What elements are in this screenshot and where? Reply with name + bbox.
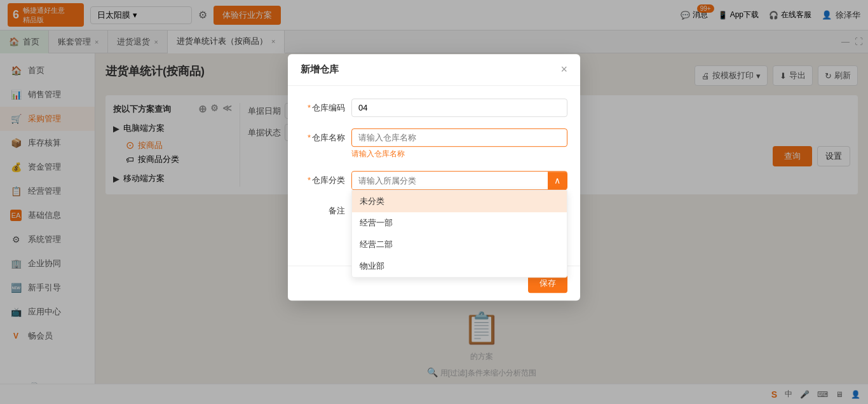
category-dropdown-container: ∧ 未分类 经营一部 经营二部 物业部 bbox=[351, 171, 567, 190]
add-warehouse-modal: 新增仓库 × 仓库编码 仓库名称 请输入仓库名称 仓库分类 bbox=[288, 54, 580, 300]
category-option-ops2[interactable]: 经营二部 bbox=[352, 234, 567, 255]
code-field bbox=[351, 98, 567, 117]
name-error-msg: 请输入仓库名称 bbox=[351, 149, 567, 159]
form-row-category: 仓库分类 ∧ 未分类 经营一部 经营二部 物业部 bbox=[301, 171, 567, 190]
modal-close-button[interactable]: × bbox=[560, 63, 567, 76]
modal-title: 新增仓库 bbox=[301, 64, 339, 76]
name-label: 仓库名称 bbox=[301, 128, 351, 144]
code-label: 仓库编码 bbox=[301, 98, 351, 114]
code-input[interactable] bbox=[351, 98, 567, 117]
modal-body: 仓库编码 仓库名称 请输入仓库名称 仓库分类 ∧ bbox=[288, 86, 580, 266]
modal-header: 新增仓库 × bbox=[288, 54, 580, 86]
category-input-wrapper: ∧ bbox=[351, 171, 567, 190]
category-field: ∧ 未分类 经营一部 经营二部 物业部 bbox=[351, 171, 567, 190]
note-label: 备注 bbox=[301, 201, 351, 217]
name-input[interactable] bbox=[351, 128, 567, 147]
form-row-name: 仓库名称 请输入仓库名称 bbox=[301, 128, 567, 159]
name-field: 请输入仓库名称 bbox=[351, 128, 567, 159]
category-label: 仓库分类 bbox=[301, 171, 351, 186]
category-option-ops1[interactable]: 经营一部 bbox=[352, 212, 567, 234]
category-toggle-button[interactable]: ∧ bbox=[548, 172, 567, 189]
form-row-code: 仓库编码 bbox=[301, 98, 567, 117]
category-option-uncategorized[interactable]: 未分类 bbox=[352, 191, 567, 212]
category-dropdown-list: 未分类 经营一部 经营二部 物业部 bbox=[351, 190, 567, 278]
category-input[interactable] bbox=[352, 172, 548, 189]
category-option-property[interactable]: 物业部 bbox=[352, 255, 567, 277]
